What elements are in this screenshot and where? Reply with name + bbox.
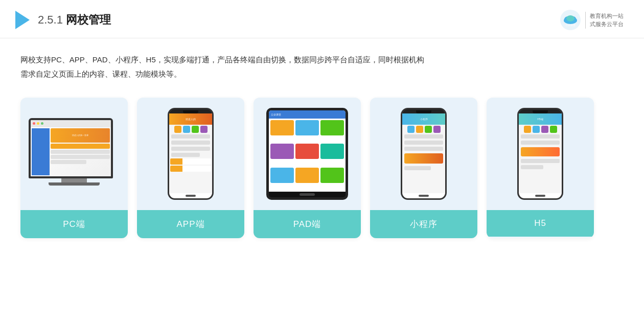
tablet-screen: 云朵课堂 (269, 110, 346, 192)
card-h5-image: H5端 (487, 98, 594, 210)
h5-row3 (521, 159, 560, 163)
h5-icon1 (524, 126, 531, 133)
app-icon2 (183, 126, 190, 133)
phone-home-indicator (186, 195, 196, 197)
tablet-card8 (295, 168, 319, 183)
mini-icon4 (433, 126, 441, 133)
desc-line2: 需求自定义页面上的内容、课程、功能模块等。 (20, 70, 181, 78)
phone-screen2: 小程序 (402, 113, 445, 198)
header-left: 2.5.1 网校管理 (15, 11, 111, 29)
pc-screen: 招进人的第一堂课 (29, 118, 113, 178)
cloud-logo-icon: 云朵课堂 (560, 9, 581, 31)
desc-line1: 网校支持PC、APP、PAD、小程序、H5，实现多端打通，产品各终端自由切换，数… (20, 55, 424, 64)
miniprogram-title: 小程序 (420, 118, 428, 121)
card-app: 招进人的 (137, 98, 244, 238)
mini-icon1 (407, 126, 415, 133)
tablet-card6 (320, 144, 344, 159)
phone-home3 (535, 195, 545, 197)
phone-screen3: H5端 (519, 113, 562, 198)
tablet-card5 (295, 144, 319, 159)
logo-text: 教育机构一站 式服务云平台 (585, 12, 624, 29)
page-title: 2.5.1 网校管理 (38, 12, 111, 28)
app-icon1 (174, 126, 181, 133)
pc-mockup: 招进人的第一堂课 (29, 118, 120, 190)
tablet-card1 (270, 120, 294, 135)
phone-row1 (171, 134, 210, 139)
platform-cards: 招进人的第一堂课 (20, 98, 624, 238)
phone-home2 (419, 195, 429, 197)
card-h5-label: H5 (487, 210, 594, 237)
tablet-home-bar (300, 193, 315, 196)
phone-row3 (171, 147, 210, 151)
card-app-image: 招进人的 (137, 98, 244, 210)
h5-icon4 (550, 126, 557, 133)
tablet-card3 (320, 120, 344, 135)
card-pad-label: PAD端 (254, 210, 361, 238)
card-miniprogram: 小程序 (370, 98, 477, 238)
h5-banner (521, 147, 560, 156)
h5-row2 (521, 141, 560, 145)
mini-banner (404, 153, 443, 164)
description-text: 网校支持PC、APP、PAD、小程序、H5，实现多端打通，产品各终端自由切换，数… (20, 53, 624, 81)
mini-row3 (404, 147, 443, 151)
brand-logo: 云朵课堂 教育机构一站 式服务云平台 (560, 9, 624, 31)
main-content: 网校支持PC、APP、PAD、小程序、H5，实现多端打通，产品各终端自由切换，数… (0, 38, 644, 238)
h5-icon2 (533, 126, 540, 133)
header: 2.5.1 网校管理 云朵课堂 教育机构一站 式服务云平台 (0, 0, 644, 38)
course-item1 (170, 158, 211, 165)
tablet-card2 (295, 120, 319, 135)
app-icon3 (192, 126, 199, 133)
mini-row4 (404, 166, 431, 170)
page: 2.5.1 网校管理 云朵课堂 教育机构一站 式服务云平台 (0, 0, 644, 322)
tablet-card4 (270, 144, 294, 159)
h5-icon3 (541, 126, 548, 133)
app-phone-mockup: 招进人的 (168, 108, 214, 200)
phone-row4 (171, 153, 200, 157)
tablet-body (269, 119, 346, 192)
miniprogram-phone-mockup: 小程序 (401, 108, 447, 200)
h5-row1 (521, 134, 560, 139)
section-name: 网校管理 (66, 13, 111, 26)
card-pc: 招进人的第一堂课 (20, 98, 128, 238)
card-pc-image: 招进人的第一堂课 (20, 98, 128, 210)
h5-row4 (521, 165, 543, 169)
logo-triangle-icon (15, 11, 30, 29)
phone-banner-text: 招进人的 (186, 118, 196, 121)
svg-text:云朵课堂: 云朵课堂 (565, 24, 576, 27)
card-app-label: APP端 (137, 210, 244, 238)
mini-icon3 (425, 126, 432, 133)
svg-point-4 (566, 15, 574, 21)
section-number: 2.5.1 (38, 13, 63, 26)
tablet-card9 (320, 168, 344, 183)
tablet-card7 (270, 168, 294, 183)
card-pad-image: 云朵课堂 (254, 98, 361, 210)
card-h5: H5端 (487, 98, 594, 238)
h5-phone-mockup: H5端 (517, 108, 563, 200)
phone-screen: 招进人的 (169, 113, 212, 198)
mini-row2 (404, 141, 443, 145)
phone-row2 (171, 141, 210, 145)
app-icon4 (200, 126, 208, 133)
logo-tagline1: 教育机构一站 (590, 12, 624, 20)
h5-title: H5端 (537, 118, 543, 121)
card-pc-label: PC端 (20, 210, 128, 238)
tablet-mockup: 云朵课堂 (266, 108, 348, 200)
header-right: 云朵课堂 教育机构一站 式服务云平台 (560, 9, 624, 31)
tablet-top-bar: 云朵课堂 (269, 110, 346, 119)
card-miniprogram-image: 小程序 (370, 98, 477, 210)
mini-icon2 (416, 126, 423, 133)
mini-row1 (404, 134, 443, 139)
logo-tagline2: 式服务云平台 (590, 20, 624, 29)
card-pad: 云朵课堂 (254, 98, 361, 238)
course-item2 (170, 166, 211, 172)
card-miniprogram-label: 小程序 (370, 210, 477, 238)
